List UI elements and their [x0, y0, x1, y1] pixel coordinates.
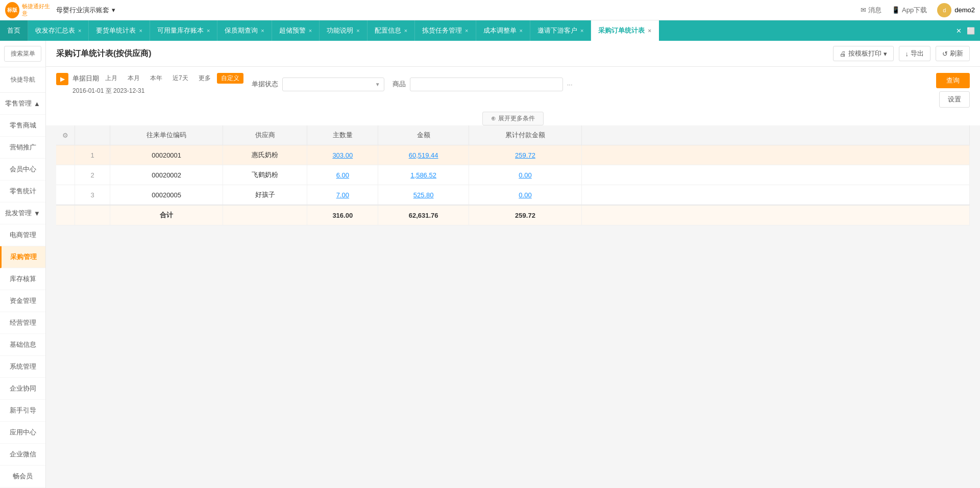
settings-icon[interactable]: ⚙ [62, 132, 68, 139]
sidebar-item-caigouguanli[interactable]: 采购管理 [0, 246, 45, 268]
refresh-button[interactable]: ↺ 刷新 [936, 46, 970, 61]
sidebar-item-huiyuan[interactable]: 会员中心 [0, 159, 45, 181]
paid-link-2[interactable]: 0.00 [519, 191, 531, 199]
tab-home[interactable]: 首页 [0, 20, 28, 41]
footer-extra [582, 205, 970, 225]
tab-kuyun[interactable]: 可用量库存账本 × [150, 20, 217, 41]
user-avatar[interactable]: d demo2 [937, 3, 975, 17]
sidebar-item-jichuxinxi-label: 基础信息 [10, 341, 36, 348]
tab-shoufakuan[interactable]: 收发存汇总表 × [28, 20, 89, 41]
tab-yaoqing-close[interactable]: × [580, 28, 583, 34]
query-button[interactable]: 查询 [936, 73, 970, 88]
workspace-selector[interactable]: 母婴行业演示账套 ▾ [56, 6, 115, 15]
sidebar-item-xitong[interactable]: 系统管理 [0, 356, 45, 378]
setting-button[interactable]: 设置 [939, 91, 970, 108]
sidebar-item-pifaguanli[interactable]: 批发管理 ▼ [0, 202, 45, 224]
sidebar-item-kucunhecuan[interactable]: 库存核算 [0, 268, 45, 290]
tab-gongneng[interactable]: 功能说明 × [320, 20, 367, 41]
sidebar-item-jingying[interactable]: 经营管理 [0, 312, 45, 334]
nav-close-icon[interactable]: ✕ [956, 27, 962, 35]
print-icon: 🖨 [840, 50, 846, 58]
sidebar-item-zijinguanli[interactable]: 资金管理 [0, 290, 45, 312]
filter-status-group: 单据状态 [252, 78, 384, 91]
shortcut-7days[interactable]: 近7天 [168, 73, 192, 84]
tab-yaohuo-close[interactable]: × [139, 28, 142, 34]
search-menu-button[interactable]: 搜索菜单 [4, 46, 41, 62]
shortcut-this-year[interactable]: 本年 [146, 73, 166, 84]
shortcut-this-month[interactable]: 本月 [124, 73, 144, 84]
nav-max-icon[interactable]: ⬜ [967, 27, 975, 35]
tab-shoufakuan-close[interactable]: × [78, 28, 81, 34]
cell-code-0: 00020001 [110, 145, 223, 165]
page-title: 采购订单统计表(按供应商) [56, 48, 152, 59]
sidebar-item-lingshougongchang[interactable]: 零售商城 [0, 115, 45, 137]
sidebar-item-qiye[interactable]: 企业协同 [0, 378, 45, 400]
tab-chengben-close[interactable]: × [520, 28, 523, 34]
sidebar-item-yingxiao[interactable]: 营销推广 [0, 137, 45, 159]
tab-chengben[interactable]: 成本调整单 × [476, 20, 530, 41]
shortcut-last-month[interactable]: 上月 [101, 73, 121, 84]
main-layout: 搜索菜单 快捷导航 零售管理 ▲ 零售商城 营销推广 会员中心 零售统计 批发管… [0, 41, 980, 488]
tab-caigou[interactable]: 采购订单统计表 × [591, 20, 658, 41]
sidebar-item-xinshou[interactable]: 新手引导 [0, 400, 45, 422]
th-quantity: 主数量 [307, 125, 378, 145]
export-button[interactable]: ↓ 导出 [899, 46, 931, 61]
filter-toggle-arrow[interactable]: ▶ [56, 73, 68, 85]
page-header: 采购订单统计表(按供应商) 🖨 按模板打印 ▾ ↓ 导出 ↺ 刷新 [46, 41, 980, 67]
tab-yaoqing-label: 邀请下游客户 [537, 26, 577, 35]
qty-link-0[interactable]: 303.00 [332, 151, 353, 159]
chevron-down-icon: ▾ [112, 6, 115, 14]
sidebar-item-qiyeweixin[interactable]: 企业微信 [0, 444, 45, 466]
sidebar-item-huiyuan-label: 会员中心 [10, 165, 36, 173]
tab-peizhi-close[interactable]: × [404, 28, 407, 34]
tab-peizhi[interactable]: 配置信息 × [368, 20, 415, 41]
sidebar-item-jichuxinxi[interactable]: 基础信息 [0, 334, 45, 356]
sidebar-item-lingshougongsi[interactable]: 零售管理 ▲ [0, 93, 45, 115]
print-button[interactable]: 🖨 按模板打印 ▾ [833, 46, 894, 61]
shortcut-more[interactable]: 更多 [194, 73, 215, 84]
tab-baozhiqi[interactable]: 保质期查询 × [217, 20, 272, 41]
tab-kuyun-close[interactable]: × [207, 28, 210, 34]
qty-link-1[interactable]: 6.00 [336, 171, 349, 179]
sidebar-item-jingying-label: 经营管理 [10, 319, 36, 326]
tab-pihuo[interactable]: 拣货任务管理 × [415, 20, 476, 41]
tab-baozhiqi-close[interactable]: × [261, 28, 264, 34]
chevron-up-icon: ▲ [34, 100, 40, 108]
cell-name-0: 惠氏奶粉 [223, 145, 307, 165]
tab-chuchuyujing[interactable]: 超储预警 × [272, 20, 320, 41]
paid-link-1[interactable]: 0.00 [519, 171, 531, 179]
tab-chengben-label: 成本调整单 [483, 26, 517, 35]
app-download-btn[interactable]: 📱 App下载 [892, 6, 927, 15]
status-select[interactable] [282, 78, 384, 91]
message-btn[interactable]: ✉ 消息 [861, 6, 881, 15]
sidebar-item-lingshoutongji[interactable]: 零售统计 [0, 181, 45, 202]
amount-link-1[interactable]: 1,586.52 [410, 171, 436, 179]
goods-more-icon[interactable]: ··· [567, 81, 573, 88]
sidebar-item-lingshougongchang-label: 零售商城 [10, 121, 36, 129]
custom-date-badge[interactable]: 自定义 [217, 73, 243, 84]
tab-home-label: 首页 [7, 26, 20, 35]
expand-more-button[interactable]: ⊕ 展开更多条件 [482, 112, 543, 125]
tab-gongneng-close[interactable]: × [356, 28, 359, 34]
tab-baozhiqi-label: 保质期查询 [225, 26, 258, 35]
tab-pihuo-close[interactable]: × [465, 28, 468, 34]
sidebar-item-yingyong-label: 应用中心 [10, 428, 36, 436]
quick-nav-button[interactable]: 快捷导航 [4, 72, 41, 87]
sidebar-item-lingshougongsi-label: 零售管理 [5, 99, 32, 108]
tab-yaoqing[interactable]: 邀请下游客户 × [530, 20, 591, 41]
sidebar-item-yingyong[interactable]: 应用中心 [0, 422, 45, 444]
sidebar-item-changhui[interactable]: 畅会员 [0, 466, 45, 487]
avatar-initial: d [943, 7, 946, 13]
goods-input[interactable] [410, 78, 563, 91]
footer-quantity: 316.00 [307, 205, 378, 225]
tab-yaohuo[interactable]: 要货单统计表 × [89, 20, 150, 41]
tab-caigou-close[interactable]: × [648, 28, 651, 34]
sidebar-item-dianshang[interactable]: 电商管理 [0, 224, 45, 246]
paid-link-0[interactable]: 259.72 [515, 151, 535, 159]
sidebar: 搜索菜单 快捷导航 零售管理 ▲ 零售商城 营销推广 会员中心 零售统计 批发管… [0, 41, 46, 488]
amount-link-2[interactable]: 525.80 [413, 191, 434, 199]
tab-chuchuyujing-close[interactable]: × [309, 28, 312, 34]
cell-settings-2 [56, 185, 75, 206]
qty-link-2[interactable]: 7.00 [336, 191, 349, 199]
amount-link-0[interactable]: 60,519.44 [409, 151, 438, 159]
